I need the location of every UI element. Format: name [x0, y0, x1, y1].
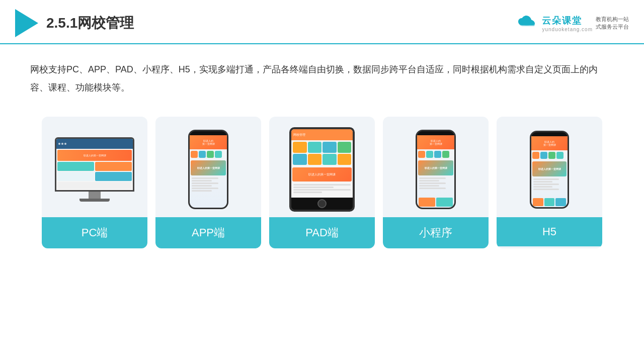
card-app-image: 职进人的第一堂网课 职进人的第一堂网课 [155, 117, 261, 217]
header-left: 2.5.1网校管理 [15, 9, 134, 37]
logo-name: 云朵课堂 [542, 15, 593, 27]
card-pad-image: 网校管理 职进人的第一堂网课 [269, 117, 375, 217]
logo-tagline: 教育机构一站式服务云平台 [596, 16, 629, 31]
card-pc-image: 职进人的第一堂网课 [42, 117, 147, 217]
cloud-logo-group: 云朵课堂 yunduoketang.com 教育机构一站式服务云平台 [515, 15, 629, 32]
card-miniprogram: 职进人的第一堂网课 职进人的第一堂网课 [383, 117, 489, 248]
card-app-label: APP端 [155, 217, 261, 248]
device-cards-container: 职进人的第一堂网课 PC端 [0, 107, 644, 263]
card-h5: 职进人的第一堂网课 职进人的第一堂网课 [497, 117, 602, 248]
page-header: 2.5.1网校管理 云朵课堂 yunduoketang.com 教育机构一站式服… [0, 0, 644, 44]
cloud-icon [515, 15, 539, 31]
page-title: 2.5.1网校管理 [46, 14, 134, 33]
brand-triangle-icon [15, 9, 38, 37]
card-pad: 网校管理 职进人的第一堂网课 [269, 117, 375, 248]
card-app: 职进人的第一堂网课 职进人的第一堂网课 [155, 117, 261, 248]
description-text: 网校支持PC、APP、PAD、小程序、H5，实现多端打通，产品各终端自由切换，数… [30, 60, 614, 97]
tablet-pad-icon: 网校管理 职进人的第一堂网课 [289, 127, 355, 212]
card-pc: 职进人的第一堂网课 PC端 [42, 117, 147, 248]
card-miniprogram-image: 职进人的第一堂网课 职进人的第一堂网课 [383, 117, 489, 217]
brand-logo: 云朵课堂 yunduoketang.com 教育机构一站式服务云平台 [515, 15, 629, 32]
page-description: 网校支持PC、APP、PAD、小程序、H5，实现多端打通，产品各终端自由切换，数… [0, 44, 644, 107]
card-h5-label: H5 [497, 217, 602, 246]
card-h5-image: 职进人的第一堂网课 职进人的第一堂网课 [497, 117, 602, 217]
phone-h5-icon: 职进人的第一堂网课 职进人的第一堂网课 [530, 131, 569, 209]
card-miniprogram-label: 小程序 [383, 217, 489, 248]
logo-text-group: 云朵课堂 yunduoketang.com [542, 15, 593, 32]
pc-monitor-icon: 职进人的第一堂网课 [52, 137, 137, 202]
phone-app-icon: 职进人的第一堂网课 职进人的第一堂网课 [188, 130, 228, 209]
card-pad-label: PAD端 [269, 217, 375, 248]
logo-url: yunduoketang.com [542, 27, 593, 32]
card-pc-label: PC端 [42, 217, 147, 248]
phone-miniprogram-icon: 职进人的第一堂网课 职进人的第一堂网课 [416, 130, 456, 209]
